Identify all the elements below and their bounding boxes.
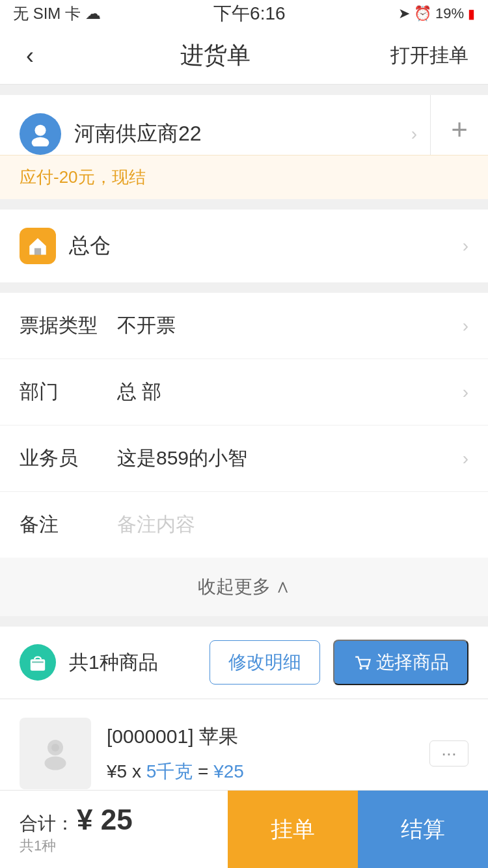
product-image-placeholder	[36, 734, 75, 773]
salesperson-row[interactable]: 业务员 这是859的小智 ›	[0, 426, 488, 492]
battery-icon: ▮	[468, 6, 475, 21]
salesperson-label: 业务员	[20, 445, 104, 472]
svg-point-8	[45, 757, 66, 770]
product-name: [0000001] 苹果	[107, 724, 414, 750]
supplier-avatar	[20, 113, 61, 155]
remark-row[interactable]: 备注 备注内容	[0, 492, 488, 558]
house-icon	[27, 235, 49, 257]
warehouse-row[interactable]: 总仓 ›	[0, 210, 488, 282]
warehouse-name: 总仓	[69, 232, 456, 260]
product-code: [0000001]	[107, 726, 199, 747]
svg-rect-4	[32, 661, 44, 662]
status-left: 无 SIM 卡 ☁	[13, 3, 101, 24]
battery-text: 19%	[435, 5, 464, 22]
open-hang-button[interactable]: 打开挂单	[390, 42, 468, 69]
shopping-bag-icon	[27, 652, 48, 673]
back-button[interactable]: ‹	[20, 36, 40, 76]
product-title: 苹果	[199, 726, 238, 747]
unit-price: ¥5 x	[107, 761, 146, 781]
total-amount: ¥ 25	[77, 804, 133, 836]
top-spacer	[0, 85, 488, 95]
chevron-right-icon: ›	[463, 382, 468, 403]
supplier-add-button[interactable]: +	[431, 95, 488, 155]
hang-order-button[interactable]: 挂单	[228, 791, 358, 868]
nav-bar: ‹ 进货单 打开挂单	[0, 27, 488, 85]
invoice-type-value: 不开票	[104, 312, 456, 339]
svg-rect-2	[34, 248, 41, 254]
product-total: ¥25	[213, 761, 244, 781]
bottom-total: 合计： ¥ 25 共1种	[0, 791, 228, 868]
department-label: 部门	[20, 379, 104, 405]
select-product-button[interactable]: 选择商品	[333, 640, 468, 685]
warehouse-icon	[20, 228, 56, 264]
remark-input[interactable]: 备注内容	[104, 511, 468, 538]
invoice-type-label: 票据类型	[20, 312, 104, 339]
page-title: 进货单	[180, 40, 251, 72]
checkout-button[interactable]: 结算	[358, 791, 488, 868]
svg-rect-3	[31, 659, 45, 671]
product-quantity: 5千克	[146, 761, 193, 781]
product-info: [0000001] 苹果 ¥5 x 5千克 = ¥25	[107, 724, 414, 784]
select-product-label: 选择商品	[376, 650, 449, 675]
svg-point-6	[366, 667, 368, 670]
total-label: 合计：	[20, 811, 74, 836]
products-icon	[20, 644, 56, 681]
svg-point-9	[51, 744, 59, 752]
bottom-bar: 合计： ¥ 25 共1种 挂单 结算	[0, 790, 488, 868]
modify-detail-button[interactable]: 修改明细	[210, 640, 320, 685]
remark-label: 备注	[20, 511, 104, 538]
chevron-right-icon: ›	[463, 236, 468, 256]
collapse-bar[interactable]: 收起更多 ∧	[0, 558, 488, 616]
main-content: 河南供应商22 › + 应付-20元，现结 总仓 › 票据类型 不开票 › 部门…	[0, 85, 488, 868]
chevron-right-icon: ›	[463, 448, 468, 469]
salesperson-value: 这是859的小智	[104, 445, 456, 472]
department-value: 总 部	[104, 379, 456, 405]
form-section: 票据类型 不开票 › 部门 总 部 › 业务员 这是859的小智 › 备注 备注…	[0, 293, 488, 558]
alarm-icon: ⏰	[414, 5, 431, 22]
product-price: ¥5 x 5千克 = ¥25	[107, 759, 414, 784]
product-thumbnail	[20, 718, 91, 789]
supplier-notice: 应付-20元，现结	[0, 155, 488, 199]
sim-status: 无 SIM 卡 ☁	[13, 3, 101, 24]
user-icon	[28, 122, 53, 146]
status-bar: 无 SIM 卡 ☁ 下午6:16 ➤ ⏰ 19% ▮	[0, 0, 488, 27]
total-count: 共1种	[20, 836, 208, 856]
invoice-type-row[interactable]: 票据类型 不开票 ›	[0, 293, 488, 359]
cart-icon	[353, 653, 371, 671]
price-equals: =	[198, 761, 213, 781]
supplier-name: 河南供应商22	[74, 120, 405, 148]
products-header: 共1种商品 修改明细 选择商品	[0, 627, 488, 698]
department-row[interactable]: 部门 总 部 ›	[0, 359, 488, 426]
chevron-right-icon: ›	[463, 316, 468, 336]
status-right: ➤ ⏰ 19% ▮	[398, 5, 475, 22]
location-icon: ➤	[398, 5, 410, 22]
chevron-right-icon: ›	[411, 124, 417, 144]
product-more-button[interactable]: ···	[429, 740, 468, 766]
supplier-section: 河南供应商22 › +	[0, 95, 488, 155]
products-count: 共1种商品	[69, 649, 197, 676]
status-time: 下午6:16	[213, 1, 286, 26]
svg-point-0	[34, 125, 46, 136]
svg-point-5	[360, 667, 362, 670]
supplier-row[interactable]: 河南供应商22 ›	[0, 95, 431, 155]
svg-point-1	[32, 137, 49, 146]
